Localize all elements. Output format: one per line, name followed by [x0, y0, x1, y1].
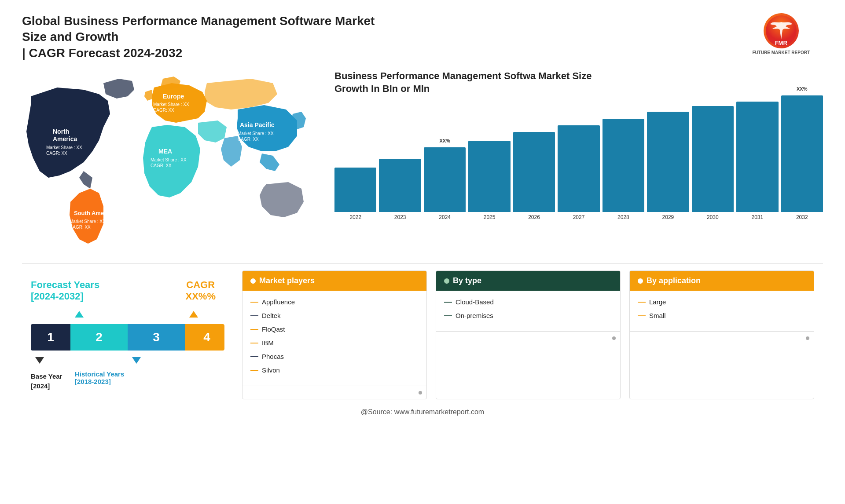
source-text: @Source: www.futuremarketreport.com: [361, 408, 484, 416]
bar-group: 2025: [468, 131, 510, 220]
timeline-bar: 1 2 3 4: [31, 324, 224, 351]
bar: [781, 95, 823, 212]
svg-text:MEA: MEA: [158, 148, 172, 155]
dash-icon: —: [250, 338, 258, 347]
dash-icon: —: [250, 311, 258, 320]
player-name: FloQast: [262, 325, 285, 333]
bar-group: 2022: [334, 158, 376, 220]
bar: [692, 106, 734, 212]
card-footer-players: [242, 386, 426, 399]
market-players-header: Market players: [242, 271, 426, 291]
bar-year: 2032: [796, 214, 808, 220]
player-name: Phocas: [262, 353, 284, 360]
separator: [22, 263, 823, 264]
card-footer-type: [436, 331, 620, 344]
segment-1: 1: [31, 324, 70, 351]
svg-text:Market Share : XX: Market Share : XX: [151, 157, 187, 162]
svg-text:America: America: [53, 135, 77, 142]
logo-text: FMR: [775, 40, 787, 46]
list-item: — Large: [638, 297, 806, 307]
bar-group: 2030: [692, 97, 734, 220]
chart-title: Business Performance Management Softwa M…: [334, 70, 599, 95]
market-players-body: — Appfluence — Deltek — FloQast — IBM: [242, 291, 426, 386]
player-name: IBM: [262, 339, 274, 347]
bar: [736, 102, 778, 212]
bar-group: 2027: [558, 116, 599, 220]
dash-icon: —: [444, 297, 452, 307]
bar-group: 2026: [513, 123, 555, 220]
segment-4: 4: [185, 324, 224, 351]
cagr-label: CAGR: [186, 279, 216, 291]
player-name: Appfluence: [262, 298, 295, 306]
by-type-header: By type: [436, 271, 620, 291]
list-item: — Cloud-Based: [444, 297, 612, 307]
market-players-card: Market players — Appfluence — Deltek — F…: [242, 270, 427, 399]
svg-text:Market Share : XX: Market Share : XX: [70, 219, 106, 224]
dash-icon: —: [638, 297, 646, 307]
app-name: Large: [649, 298, 666, 306]
segment-2: 2: [70, 324, 128, 351]
cards-section: Market players — Appfluence — Deltek — F…: [233, 270, 823, 399]
bar: [334, 168, 376, 212]
forecast-years-range: [2024-2032]: [31, 291, 99, 302]
player-name: Silvon: [262, 366, 280, 374]
bar-year: 2024: [439, 214, 451, 220]
bar-year: 2030: [707, 214, 719, 220]
market-players-title: Market players: [259, 276, 315, 285]
bar-year: 2028: [617, 214, 629, 220]
bar-year: 2029: [662, 214, 674, 220]
logo-circle: FMR: [764, 13, 799, 48]
svg-text:South America: South America: [74, 210, 114, 216]
bar: [647, 112, 689, 212]
cagr-value: XX%%: [186, 291, 216, 302]
dash-icon: —: [250, 352, 258, 361]
svg-text:Asia Pacific: Asia Pacific: [240, 121, 275, 128]
card-dot-type: [444, 278, 449, 284]
dash-icon: —: [250, 325, 258, 334]
player-name: Deltek: [262, 312, 281, 319]
bar-top-label: XX%: [797, 86, 807, 94]
bar-year: 2027: [573, 214, 585, 220]
by-type-card: By type — Cloud-Based — On-premises: [436, 270, 621, 399]
corner-indicator: [419, 391, 422, 394]
corner-indicator: [806, 336, 809, 340]
svg-text:CAGR: XX: CAGR: XX: [153, 108, 174, 113]
bar-year: 2031: [751, 214, 763, 220]
forecast-box: Forecast Years [2024-2032] CAGR XX%%: [22, 270, 233, 399]
arrow-down-blue: [132, 357, 141, 364]
historical-label: Historical Years: [75, 370, 124, 378]
svg-text:Market Share : XX: Market Share : XX: [238, 131, 274, 136]
bar-group: XX%2032: [781, 86, 823, 220]
bar: [379, 159, 421, 212]
by-type-body: — Cloud-Based — On-premises: [436, 291, 620, 331]
list-item: — Deltek: [250, 311, 419, 320]
chart-section: Business Performance Management Softwa M…: [334, 70, 823, 255]
bar-chart: 20222023XX%20242025202620272028202920302…: [334, 104, 823, 236]
list-item: — IBM: [250, 338, 419, 347]
bar-group: 2028: [603, 110, 644, 220]
arrow-up-green: [75, 311, 84, 318]
svg-text:Europe: Europe: [163, 93, 184, 100]
bar-year: 2023: [394, 214, 406, 220]
forecast-years-label: Forecast Years: [31, 279, 99, 291]
arrow-indicators-bottom: [31, 357, 224, 368]
by-type-title: By type: [453, 276, 481, 285]
list-item: — Appfluence: [250, 297, 419, 307]
world-map-svg: North America Market Share : XX CAGR: XX…: [22, 70, 321, 246]
bar: [513, 132, 555, 212]
timeline-labels: Base Year [2024] Historical Years [2018-…: [31, 370, 224, 390]
dash-icon: —: [250, 297, 258, 307]
type-name: Cloud-Based: [456, 298, 494, 306]
source-bar: @Source: www.futuremarketreport.com: [22, 408, 823, 416]
bar: [603, 119, 644, 212]
svg-text:Market Share : XX: Market Share : XX: [46, 145, 82, 150]
bar-group: XX%2024: [424, 138, 466, 220]
dash-icon: —: [250, 365, 258, 375]
bar-year: 2026: [528, 214, 540, 220]
bottom-section: Forecast Years [2024-2032] CAGR XX%%: [22, 270, 823, 399]
bar: [468, 141, 510, 212]
bar-year: 2022: [349, 214, 361, 220]
arrow-up-orange: [189, 311, 198, 318]
historical-range: [2018-2023]: [75, 378, 124, 385]
logo-area: FMR FUTURE MARKET REPORT: [752, 13, 810, 55]
